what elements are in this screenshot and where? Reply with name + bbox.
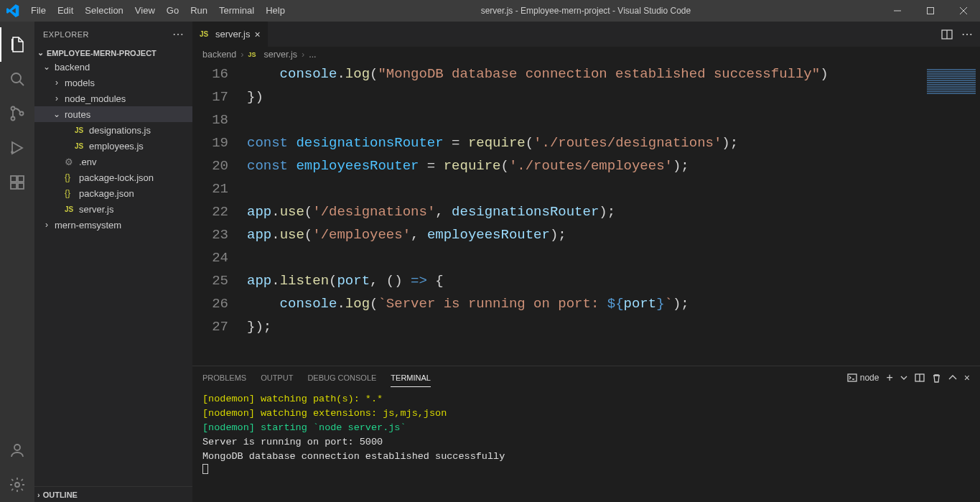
file-designations.js[interactable]: ›JSdesignations.js [34,122,192,138]
explorer-icon[interactable] [0,27,34,62]
outline-section-header[interactable]: › OUTLINE [34,486,192,502]
folder-models[interactable]: ›models [34,75,192,90]
chevron-down-icon: ⌄ [52,109,62,119]
line-number-gutter: 161718192021222324252627 [192,62,243,366]
close-tab-icon[interactable]: × [254,29,260,40]
menu-go[interactable]: Go [161,0,185,22]
js-file-icon: JS [200,30,211,38]
title-bar: FileEditSelectionViewGoRunTerminalHelp s… [0,0,980,22]
file-package.json[interactable]: ›{}package.json [34,185,192,201]
tree-item-label: package.json [79,188,134,199]
menu-file[interactable]: File [25,0,52,22]
file-server.js[interactable]: ›JSserver.js [34,201,192,217]
run-debug-icon[interactable] [0,131,34,165]
editor-tab-serverjs[interactable]: JS server.js × [192,22,269,47]
menu-selection[interactable]: Selection [79,0,129,22]
terminal-shell-selector[interactable]: node [847,373,879,383]
panel: PROBLEMSOUTPUTDEBUG CONSOLETERMINAL node… [192,366,980,502]
terminal-cursor [202,464,208,474]
terminal-line: MongoDB database connection established … [202,450,970,464]
svg-point-7 [11,117,15,121]
activity-bar [0,22,34,502]
source-control-icon[interactable] [0,96,34,131]
breadcrumb-item[interactable]: backend [202,50,236,60]
explorer-sidebar: EXPLORER ⋯ ⌄ EMPLOYEE-MERN-PROJECT ⌄back… [34,22,192,502]
breadcrumb[interactable]: backend › JS server.js › ... [192,47,980,62]
terminal-dropdown-icon[interactable] [900,374,907,381]
chevron-right-icon: › [52,78,62,88]
svg-point-6 [11,107,15,111]
tree-item-label: designations.js [89,125,151,136]
svg-rect-10 [11,176,17,182]
js-file-icon: JS [65,205,76,213]
code-content[interactable]: console.log("MongoDB database connection… [243,62,923,366]
minimize-button[interactable] [881,0,914,22]
folder-node_modules[interactable]: ›node_modules [34,90,192,106]
svg-rect-1 [928,8,934,14]
tree-item-label: server.js [79,204,113,215]
settings-gear-icon[interactable] [0,468,34,502]
menu-view[interactable]: View [129,0,161,22]
close-panel-icon[interactable]: × [964,372,970,384]
minimap[interactable] [923,62,980,366]
sidebar-header: EXPLORER ⋯ [34,22,192,47]
split-editor-icon[interactable] [941,29,953,40]
panel-tab-problems[interactable]: PROBLEMS [202,373,246,386]
svg-rect-12 [18,183,24,189]
terminal-line: Server is running on port: 5000 [202,435,970,450]
new-terminal-icon[interactable]: + [886,371,892,384]
svg-rect-11 [11,183,17,189]
tree-item-label: mern-emsystem [55,220,121,231]
extensions-icon[interactable] [0,165,34,200]
menu-edit[interactable]: Edit [52,0,79,22]
sidebar-title: EXPLORER [43,30,89,39]
svg-point-4 [11,73,21,83]
close-button[interactable] [947,0,980,22]
file-employees.js[interactable]: ›JSemployees.js [34,138,192,154]
editor-more-icon[interactable]: ⋯ [961,27,973,41]
file-.env[interactable]: ›⚙.env [34,154,192,169]
svg-line-5 [20,82,24,86]
project-section-header[interactable]: ⌄ EMPLOYEE-MERN-PROJECT [34,47,192,59]
tree-item-label: models [65,78,95,88]
terminal-output[interactable]: [nodemon] watching path(s): *.*[nodemon]… [192,389,980,502]
breadcrumb-item[interactable]: server.js [263,50,297,60]
json-file-icon: {} [65,172,76,182]
tree-item-label: backend [55,62,90,73]
tree-item-label: .env [79,157,97,167]
breadcrumb-sep-icon: › [302,50,304,60]
svg-point-14 [14,445,20,450]
folder-backend[interactable]: ⌄backend [34,59,192,75]
vscode-logo-icon [0,4,25,17]
folder-mern-emsystem[interactable]: ›mern-emsystem [34,217,192,233]
window-controls [881,0,980,22]
editor-tab-bar: JS server.js × ⋯ [192,22,980,47]
js-file-icon: JS [248,51,259,58]
code-editor[interactable]: 161718192021222324252627 console.log("Mo… [192,62,980,366]
tree-item-label: package-lock.json [79,172,154,183]
outline-label: OUTLINE [43,491,78,499]
account-icon[interactable] [0,433,34,468]
js-file-icon: JS [75,126,86,134]
menu-run[interactable]: Run [185,0,213,22]
file-package-lock.json[interactable]: ›{}package-lock.json [34,169,192,185]
sidebar-more-icon[interactable]: ⋯ [172,27,185,41]
file-tree: ⌄backend›models›node_modules⌄routes›JSde… [34,59,192,233]
window-title: server.js - Employee-mern-project - Visu… [291,6,881,16]
terminal-line: [nodemon] watching extensions: js,mjs,js… [202,406,970,421]
chevron-right-icon: › [37,491,40,499]
search-icon[interactable] [0,62,34,96]
panel-tab-output[interactable]: OUTPUT [261,373,293,386]
menu-terminal[interactable]: Terminal [213,0,260,22]
project-name: EMPLOYEE-MERN-PROJECT [47,49,157,57]
kill-terminal-icon[interactable] [932,373,941,383]
maximize-button[interactable] [914,0,947,22]
maximize-panel-icon[interactable] [948,373,957,382]
menu-help[interactable]: Help [260,0,291,22]
panel-tab-debug-console[interactable]: DEBUG CONSOLE [307,373,376,386]
split-terminal-icon[interactable] [915,373,925,383]
chevron-down-icon: ⌄ [37,48,44,57]
panel-tab-terminal[interactable]: TERMINAL [391,373,431,387]
breadcrumb-item[interactable]: ... [309,50,316,60]
folder-routes[interactable]: ⌄routes [34,106,192,122]
